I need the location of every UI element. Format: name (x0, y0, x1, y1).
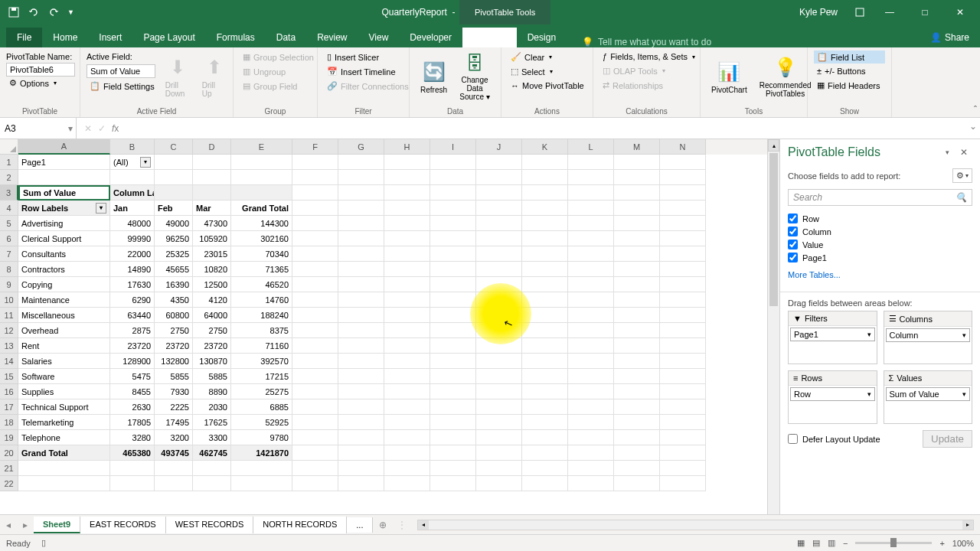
cell[interactable] (231, 461, 292, 476)
cell[interactable] (522, 399, 568, 415)
tab-design[interactable]: Design (517, 28, 567, 47)
sheet-nav-prev[interactable]: ◂ (0, 520, 17, 530)
field-checkbox-item[interactable]: Column (788, 225, 972, 238)
hscroll-right-button[interactable]: ▸ (962, 520, 973, 530)
row-header[interactable]: 20 (0, 445, 18, 461)
cell[interactable]: 10820 (193, 262, 231, 277)
cell[interactable] (614, 185, 660, 201)
filter-dropdown-icon[interactable]: ▾ (96, 203, 106, 214)
cell[interactable]: Telephone (18, 430, 110, 445)
cell[interactable] (384, 430, 430, 445)
tab-insert[interactable]: Insert (88, 28, 132, 47)
cell[interactable]: 2875 (110, 323, 155, 338)
cell[interactable] (660, 308, 706, 323)
relationships-button[interactable]: ⇄Relationships (599, 79, 694, 92)
cell[interactable] (476, 461, 522, 476)
cell[interactable] (292, 461, 338, 476)
cell[interactable] (18, 170, 110, 185)
row-header[interactable]: 2 (0, 170, 18, 185)
name-box-dropdown-icon[interactable]: ▾ (68, 123, 73, 134)
cell[interactable] (193, 461, 231, 476)
field-checkbox-item[interactable]: Page1 (788, 251, 972, 264)
cell[interactable] (292, 246, 338, 262)
cell[interactable]: 64000 (193, 308, 231, 323)
cell[interactable] (614, 354, 660, 369)
row-header[interactable]: 18 (0, 415, 18, 430)
cell[interactable] (292, 323, 338, 338)
cell[interactable] (292, 277, 338, 292)
minimize-button[interactable]: — (873, 0, 906, 24)
tab-data[interactable]: Data (266, 28, 306, 47)
cell[interactable] (476, 354, 522, 369)
filter-connections-button[interactable]: 🔗Filter Connections (324, 80, 403, 93)
cancel-formula-icon[interactable]: ✕ (84, 123, 92, 134)
cell[interactable]: Consultants (18, 246, 110, 262)
cell[interactable] (338, 170, 384, 185)
cell[interactable]: 2030 (193, 399, 231, 415)
cell[interactable]: 144300 (231, 216, 292, 231)
cell[interactable] (614, 277, 660, 292)
column-header[interactable]: B (110, 139, 155, 155)
cell[interactable]: 48000 (110, 216, 155, 231)
cell[interactable] (384, 461, 430, 476)
cell[interactable] (522, 476, 568, 491)
cell[interactable] (614, 415, 660, 430)
cell[interactable] (292, 415, 338, 430)
select-button[interactable]: ⬚Select▾ (508, 65, 586, 78)
new-sheet-button[interactable]: ⊕ (373, 520, 393, 530)
cell[interactable] (338, 430, 384, 445)
cell[interactable]: 462745 (193, 445, 231, 461)
cell[interactable]: 1421870 (231, 445, 292, 461)
row-header[interactable]: 3 (0, 185, 18, 201)
cell[interactable] (568, 354, 614, 369)
filter-dropdown-icon[interactable]: ▾ (140, 157, 151, 168)
row-header[interactable]: 8 (0, 262, 18, 277)
group-field-button[interactable]: ▤Group Field (240, 80, 311, 93)
cell[interactable] (338, 399, 384, 415)
cell[interactable] (292, 292, 338, 308)
cell[interactable] (430, 155, 476, 170)
tab-review[interactable]: Review (306, 28, 358, 47)
spreadsheet-grid[interactable]: ABCDEFGHIJKLMN 1Page1(All)▾23Sum of Valu… (0, 139, 779, 514)
cell[interactable] (522, 231, 568, 246)
cell[interactable]: 16390 (155, 277, 193, 292)
cell[interactable] (384, 384, 430, 399)
close-fields-pane-button[interactable]: ✕ (956, 145, 972, 159)
cell[interactable]: Overhead (18, 323, 110, 338)
cell[interactable] (568, 155, 614, 170)
row-header[interactable]: 9 (0, 277, 18, 292)
cell[interactable] (614, 323, 660, 338)
cell[interactable] (660, 262, 706, 277)
cell[interactable]: 9780 (231, 430, 292, 445)
cell[interactable] (384, 185, 430, 201)
cell[interactable] (338, 323, 384, 338)
cell[interactable] (384, 445, 430, 461)
row-header[interactable]: 14 (0, 354, 18, 369)
cell[interactable] (568, 277, 614, 292)
cell[interactable] (614, 461, 660, 476)
more-tables-link[interactable]: More Tables... (780, 266, 980, 284)
cell[interactable] (292, 231, 338, 246)
cell[interactable] (193, 155, 231, 170)
cell[interactable] (292, 445, 338, 461)
column-header[interactable]: J (476, 139, 522, 155)
cell[interactable] (660, 246, 706, 262)
cell[interactable]: 3200 (155, 430, 193, 445)
cell[interactable]: Maintenance (18, 292, 110, 308)
cell[interactable] (155, 461, 193, 476)
cell[interactable]: 2750 (155, 323, 193, 338)
cell[interactable] (338, 338, 384, 354)
cell[interactable] (338, 369, 384, 384)
cell[interactable] (384, 399, 430, 415)
cell[interactable]: Jan (110, 201, 155, 216)
row-header[interactable]: 21 (0, 461, 18, 476)
cell[interactable] (568, 369, 614, 384)
olap-tools-button[interactable]: ◫OLAP Tools▾ (599, 64, 694, 77)
cell[interactable] (660, 170, 706, 185)
cell[interactable]: 49000 (155, 216, 193, 231)
cell[interactable] (338, 384, 384, 399)
cell[interactable] (568, 461, 614, 476)
cell[interactable] (476, 430, 522, 445)
cell[interactable] (430, 308, 476, 323)
cell[interactable] (476, 415, 522, 430)
